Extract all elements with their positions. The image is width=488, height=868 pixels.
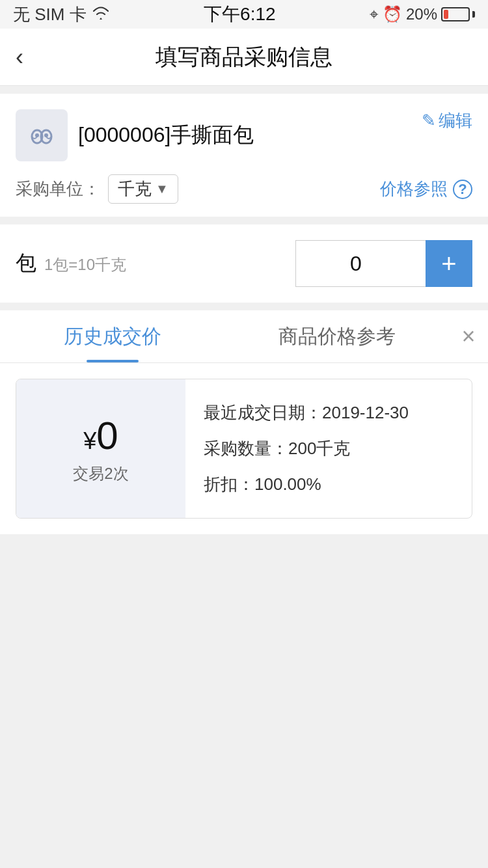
price-value: ¥0 xyxy=(83,413,118,458)
carrier-label: 无 SIM 卡 xyxy=(13,3,87,26)
unit-label: 采购单位： xyxy=(16,178,100,200)
edit-icon: ✎ xyxy=(422,111,436,131)
quantity-label: 包 1包=10千克 xyxy=(16,249,126,278)
date-value: 2019-12-30 xyxy=(322,403,409,422)
alarm-icon: ⏰ xyxy=(383,5,402,23)
price-qty-row: 采购数量：200千克 xyxy=(204,436,454,461)
edit-button[interactable]: ✎ 编辑 xyxy=(422,109,472,132)
currency-symbol: ¥ xyxy=(83,427,96,454)
price-card-right: 最近成交日期：2019-12-30 采购数量：200千克 折扣：100.00% xyxy=(185,379,472,518)
tab-section: 历史成交价 商品价格参考 × ¥0 交易2次 最近成交日期：2019-12-30… xyxy=(0,310,488,534)
dropdown-arrow-icon: ▼ xyxy=(156,182,169,197)
status-bar: 无 SIM 卡 下午6:12 ⌖ ⏰ 20% xyxy=(0,0,488,29)
nav-bar: ‹ 填写商品采购信息 xyxy=(0,29,488,86)
qty-label: 采购数量： xyxy=(204,439,288,458)
status-time: 下午6:12 xyxy=(204,2,276,27)
price-discount-row: 折扣：100.00% xyxy=(204,472,454,497)
quantity-input[interactable] xyxy=(295,240,426,287)
product-name: [0000006]手撕面包 xyxy=(78,122,254,149)
product-header: [0000006]手撕面包 ✎ 编辑 xyxy=(16,109,472,161)
tab-history-price[interactable]: 历史成交价 xyxy=(0,310,224,362)
tab-priceref-label: 商品价格参考 xyxy=(278,323,396,350)
tab-history-label: 历史成交价 xyxy=(64,323,161,350)
history-content: ¥0 交易2次 最近成交日期：2019-12-30 采购数量：200千克 折扣：… xyxy=(0,363,488,534)
product-left: [0000006]手撕面包 xyxy=(16,109,254,161)
quantity-hint: 1包=10千克 xyxy=(44,254,126,275)
bottom-area xyxy=(0,534,488,868)
page-title: 填写商品采购信息 xyxy=(156,42,332,72)
discount-label: 折扣： xyxy=(204,474,254,494)
wifi-icon xyxy=(92,5,110,25)
quantity-plus-button[interactable]: + xyxy=(426,240,472,287)
close-icon: × xyxy=(461,323,475,350)
quantity-section: 包 1包=10千克 + xyxy=(0,224,488,303)
date-label: 最近成交日期： xyxy=(204,403,322,422)
unit-value: 千克 xyxy=(118,178,152,200)
location-icon: ⌖ xyxy=(370,5,379,23)
product-logo xyxy=(16,109,68,161)
battery-percentage: 20% xyxy=(406,5,437,23)
qty-value: 200千克 xyxy=(288,439,350,458)
unit-select[interactable]: 千克 ▼ xyxy=(108,174,178,204)
price-ref-icon: ? xyxy=(453,180,472,199)
trade-count: 交易2次 xyxy=(73,463,128,484)
edit-label: 编辑 xyxy=(439,109,472,132)
battery-indicator xyxy=(441,7,475,21)
price-number: 0 xyxy=(96,414,118,457)
plus-icon: + xyxy=(441,249,456,278)
price-card: ¥0 交易2次 最近成交日期：2019-12-30 采购数量：200千克 折扣：… xyxy=(16,379,472,519)
tab-price-ref[interactable]: 商品价格参考 xyxy=(224,310,449,362)
price-card-left: ¥0 交易2次 xyxy=(16,379,185,518)
back-button[interactable]: ‹ xyxy=(16,44,23,71)
tab-bar: 历史成交价 商品价格参考 × xyxy=(0,310,488,363)
quantity-unit: 包 xyxy=(16,249,36,278)
product-section: [0000006]手撕面包 ✎ 编辑 采购单位： 千克 ▼ 价格参照 ? xyxy=(0,94,488,217)
price-date-row: 最近成交日期：2019-12-30 xyxy=(204,400,454,426)
product-unit-row: 采购单位： 千克 ▼ 价格参照 ? xyxy=(16,174,472,204)
status-right: ⌖ ⏰ 20% xyxy=(370,5,475,23)
status-left: 无 SIM 卡 xyxy=(13,3,110,26)
price-ref-button[interactable]: 价格参照 ? xyxy=(380,178,472,200)
discount-value: 100.00% xyxy=(254,474,321,494)
price-ref-label: 价格参照 xyxy=(380,178,448,200)
tab-close-button[interactable]: × xyxy=(449,310,488,362)
quantity-control: + xyxy=(295,240,472,287)
